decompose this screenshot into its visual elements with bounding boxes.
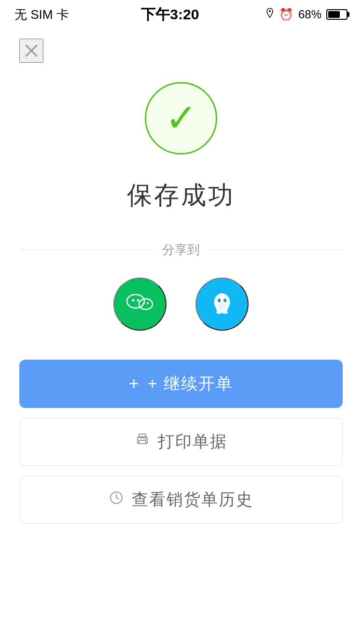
- history-button[interactable]: 查看销货单历史: [19, 476, 343, 524]
- svg-point-20: [218, 301, 226, 311]
- continue-order-button[interactable]: + + 继续开单: [19, 360, 343, 408]
- action-buttons: + + 继续开单 打印单据 查看销货单历史: [19, 360, 343, 524]
- battery-fill: [328, 11, 340, 18]
- divider-right: [209, 250, 343, 250]
- svg-point-5: [139, 299, 153, 309]
- divider-left: [19, 250, 153, 250]
- svg-point-4: [127, 294, 144, 308]
- share-icons: [113, 278, 249, 331]
- history-label: 查看销货单历史: [132, 489, 253, 511]
- history-icon: [109, 490, 124, 509]
- battery-percent: 68%: [298, 8, 321, 21]
- svg-point-1: [269, 10, 271, 12]
- alarm-icon: ⏰: [279, 8, 293, 21]
- wechat-share-button[interactable]: [113, 278, 167, 331]
- print-label: 打印单据: [158, 431, 227, 453]
- svg-point-24: [145, 439, 147, 440]
- main-content: ✓ 保存成功 分享到: [0, 29, 362, 543]
- carrier-text: 无 SIM 卡: [14, 6, 69, 23]
- svg-point-9: [147, 302, 149, 304]
- divider-row: 分享到: [19, 241, 343, 258]
- svg-point-14: [219, 300, 220, 301]
- svg-point-7: [137, 299, 139, 302]
- battery-icon: [326, 9, 348, 20]
- status-right: ⏰ 68%: [265, 8, 348, 21]
- qq-share-button[interactable]: [195, 278, 249, 331]
- share-label: 分享到: [162, 241, 200, 258]
- checkmark-icon: ✓: [165, 99, 197, 138]
- success-title: 保存成功: [127, 179, 235, 212]
- status-time: 下午3:20: [141, 5, 199, 25]
- svg-point-6: [132, 299, 135, 302]
- plus-icon: +: [129, 374, 140, 394]
- print-icon: [135, 432, 150, 451]
- share-section: 分享到: [19, 241, 343, 331]
- success-icon-circle: ✓: [145, 82, 217, 154]
- print-button[interactable]: 打印单据: [19, 418, 343, 466]
- close-button[interactable]: [19, 39, 43, 63]
- location-icon: [265, 8, 274, 21]
- continue-order-label: + 继续开单: [148, 373, 233, 395]
- status-bar: 无 SIM 卡 下午3:20 ⏰ 68%: [0, 0, 362, 29]
- svg-point-15: [224, 300, 226, 301]
- svg-point-8: [143, 302, 145, 304]
- status-left: 无 SIM 卡: [14, 6, 75, 23]
- svg-rect-23: [139, 440, 146, 444]
